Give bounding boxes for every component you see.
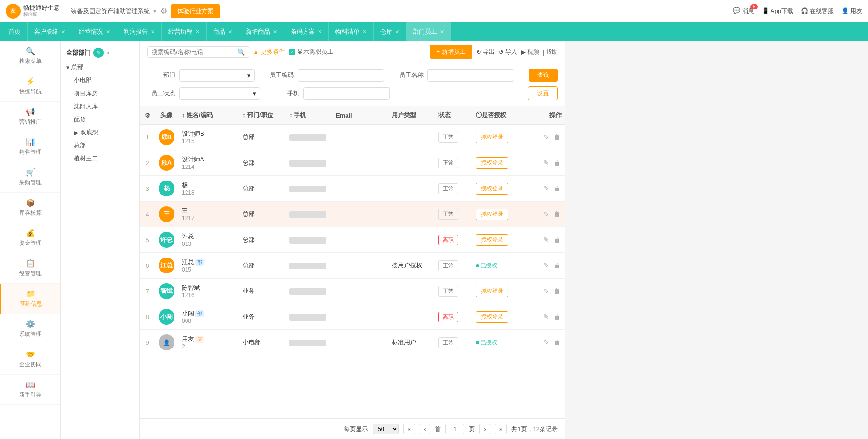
first-page-btn[interactable]: « bbox=[403, 424, 415, 434]
tab-employees[interactable]: 部门员工✕ bbox=[406, 22, 451, 41]
tab-profit-close[interactable]: ✕ bbox=[151, 29, 155, 35]
delete-btn[interactable]: 🗑 bbox=[554, 339, 560, 346]
filter-dept-select[interactable]: ▾ bbox=[179, 69, 255, 82]
tab-warehouse[interactable]: 仓库✕ bbox=[374, 22, 406, 41]
page-number-input[interactable] bbox=[445, 424, 464, 434]
view-btn[interactable]: ▶ 视频 bbox=[521, 48, 539, 56]
tab-customer-close[interactable]: ✕ bbox=[61, 29, 65, 35]
dept-item-shuangdi[interactable]: ▶ 双底想 bbox=[61, 126, 139, 139]
sidebar-item-management[interactable]: 📋 经营管理 bbox=[0, 253, 60, 284]
auth-login-btn[interactable]: 授权登录 bbox=[476, 234, 508, 246]
import-btn[interactable]: ↺ 导入 bbox=[499, 48, 517, 56]
filter-status-select[interactable]: ▾ bbox=[179, 87, 260, 100]
th-dept[interactable]: ↕ 部门/职位 bbox=[239, 106, 285, 125]
tab-warehouse-close[interactable]: ✕ bbox=[395, 29, 399, 35]
delete-btn[interactable]: 🗑 bbox=[554, 313, 560, 321]
auth-login-btn[interactable]: 授权登录 bbox=[476, 132, 508, 143]
dept-item-zhishu[interactable]: 植树王二 bbox=[61, 152, 139, 165]
per-page-select[interactable]: 50 100 200 bbox=[373, 424, 399, 434]
sidebar-item-guide[interactable]: 📖 新手引导 bbox=[0, 375, 60, 405]
tab-goods-close[interactable]: ✕ bbox=[228, 29, 232, 35]
tab-history-close[interactable]: ✕ bbox=[195, 29, 200, 35]
tab-home[interactable]: 首页 bbox=[2, 22, 28, 41]
help-btn[interactable]: | 帮助 bbox=[543, 48, 558, 56]
edit-btn[interactable]: ✎ bbox=[543, 185, 549, 192]
sidebar-item-sales[interactable]: 📊 销售管理 bbox=[0, 132, 60, 162]
auth-login-btn[interactable]: 授权登录 bbox=[476, 183, 508, 195]
dropdown-icon[interactable]: ▾ bbox=[153, 7, 157, 14]
tab-bom-close[interactable]: ✕ bbox=[362, 29, 367, 35]
filter-name-input[interactable] bbox=[427, 69, 514, 82]
th-phone[interactable]: ↕ 手机 bbox=[285, 106, 332, 125]
sidebar-item-inventory[interactable]: 📦 库存核算 bbox=[0, 193, 60, 223]
edit-btn[interactable]: ✎ bbox=[543, 133, 549, 141]
settings-icon[interactable]: ⚙ bbox=[160, 7, 167, 15]
dept-item-shenyang[interactable]: 沈阳大库 bbox=[61, 100, 139, 113]
query-button[interactable]: 查询 bbox=[529, 69, 558, 82]
online-service-btn[interactable]: 🎧 在线客服 bbox=[801, 7, 834, 15]
auth-login-btn[interactable]: 授权登录 bbox=[476, 209, 508, 220]
auth-login-btn[interactable]: 授权登录 bbox=[476, 311, 508, 323]
th-name[interactable]: ↕ 姓名/编码 bbox=[178, 106, 239, 125]
delete-btn[interactable]: 🗑 bbox=[554, 287, 560, 295]
last-page-btn[interactable]: » bbox=[495, 424, 507, 434]
tab-goods[interactable]: 商品✕ bbox=[207, 22, 239, 41]
export-btn[interactable]: ↻ 导出 bbox=[476, 48, 495, 56]
filter-code-input[interactable] bbox=[298, 69, 384, 82]
tab-operation-close[interactable]: ✕ bbox=[106, 29, 110, 35]
delete-btn[interactable]: 🗑 bbox=[554, 262, 560, 269]
dept-item-zongbu-group[interactable]: ▾ 总部 bbox=[61, 61, 139, 74]
filter-phone-input[interactable] bbox=[303, 87, 390, 100]
sidebar-item-search[interactable]: 🔍 搜索菜单 bbox=[0, 41, 60, 71]
tab-addgoods[interactable]: 新增商品✕ bbox=[239, 22, 284, 41]
prev-page-btn[interactable]: ‹ bbox=[420, 424, 430, 434]
more-filter-btn[interactable]: ▲ 更多条件 bbox=[253, 48, 285, 56]
dept-item-xiangmu[interactable]: 项目库房 bbox=[61, 87, 139, 100]
next-page-btn[interactable]: › bbox=[479, 424, 490, 434]
trial-button[interactable]: 体验行业方案 bbox=[171, 4, 220, 18]
auth-login-btn[interactable]: 授权登录 bbox=[476, 157, 508, 169]
edit-btn[interactable]: ✎ bbox=[543, 313, 549, 321]
reset-button[interactable]: 设置 bbox=[528, 86, 558, 100]
edit-btn[interactable]: ✎ bbox=[543, 339, 549, 346]
delete-btn[interactable]: 🗑 bbox=[554, 236, 560, 244]
tab-operation[interactable]: 经营情况✕ bbox=[72, 22, 117, 41]
tab-profit[interactable]: 利润报告✕ bbox=[117, 22, 162, 41]
dept-item-peihuo[interactable]: 配货 bbox=[61, 113, 139, 126]
th-setting[interactable]: ⚙ bbox=[140, 106, 155, 125]
dept-collapse-btn[interactable]: « bbox=[106, 49, 110, 56]
sidebar-item-basic[interactable]: 📁 基础信息 bbox=[0, 284, 60, 314]
dept-item-zongbu2[interactable]: 总部 bbox=[61, 139, 139, 152]
tab-bom[interactable]: 物料清单✕ bbox=[329, 22, 374, 41]
tab-barcode[interactable]: 条码方案✕ bbox=[284, 22, 329, 41]
delete-btn[interactable]: 🗑 bbox=[554, 185, 560, 192]
sidebar-item-collab[interactable]: 🤝 企业协同 bbox=[0, 344, 60, 375]
tab-employees-close[interactable]: ✕ bbox=[440, 29, 444, 35]
sidebar-item-shortcut[interactable]: ⚡ 快捷导航 bbox=[0, 71, 60, 102]
delete-btn[interactable]: 🗑 bbox=[554, 210, 560, 218]
dept-edit-icon[interactable]: ✎ bbox=[93, 48, 104, 58]
edit-btn[interactable]: ✎ bbox=[543, 262, 549, 269]
search-input[interactable] bbox=[152, 49, 236, 56]
add-employee-button[interactable]: + 新增员工 bbox=[430, 45, 472, 59]
show-resigned-toggle[interactable]: ✓ 显示离职员工 bbox=[289, 48, 333, 56]
sidebar-item-purchase[interactable]: 🛒 采购管理 bbox=[0, 162, 60, 193]
delete-btn[interactable]: 🗑 bbox=[554, 159, 560, 167]
delete-btn[interactable]: 🗑 bbox=[554, 133, 560, 141]
message-btn[interactable]: 💬 5 消息 bbox=[733, 7, 754, 15]
edit-btn[interactable]: ✎ bbox=[543, 236, 549, 244]
sidebar-item-marketing[interactable]: 📢 营销推广 bbox=[0, 102, 60, 132]
app-download-btn[interactable]: 📱 App下载 bbox=[762, 7, 793, 15]
tab-addgoods-close[interactable]: ✕ bbox=[273, 29, 277, 35]
sidebar-item-system[interactable]: ⚙️ 系统管理 bbox=[0, 314, 60, 344]
user-area[interactable]: 👤 用友 bbox=[841, 7, 862, 15]
edit-btn[interactable]: ✎ bbox=[543, 159, 549, 167]
edit-btn[interactable]: ✎ bbox=[543, 287, 549, 295]
dept-item-xiaodian[interactable]: 小电部 bbox=[61, 74, 139, 87]
sidebar-item-finance[interactable]: 💰 资金管理 bbox=[0, 223, 60, 253]
auth-login-btn[interactable]: 授权登录 bbox=[476, 286, 508, 297]
edit-btn[interactable]: ✎ bbox=[543, 210, 549, 218]
tab-customer[interactable]: 客户联络✕ bbox=[28, 22, 72, 41]
tab-history[interactable]: 经营历程✕ bbox=[162, 22, 207, 41]
tab-barcode-close[interactable]: ✕ bbox=[318, 29, 322, 35]
